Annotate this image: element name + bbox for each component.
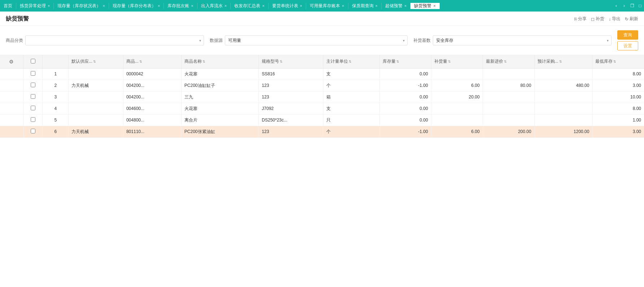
- tab-label-inventory-status: 现存量（库存状况表）: [57, 3, 101, 9]
- tab-close-batch-account[interactable]: ×: [191, 4, 193, 8]
- tab-close-collect-summary[interactable]: ×: [262, 4, 264, 8]
- row-cell-unit: 只: [323, 114, 380, 126]
- col-supplier-label: 默认供应...: [71, 58, 92, 65]
- col-spec-header[interactable]: 规格型号 ⇅: [259, 55, 323, 68]
- row-cell-code: 801110...: [123, 126, 181, 137]
- tab-close-shortage[interactable]: ×: [433, 4, 435, 8]
- tab-restore-btn[interactable]: ❒: [628, 0, 636, 12]
- row-cell-estimated: [534, 114, 592, 126]
- tab-collect-summary[interactable]: 收发存汇总表×: [231, 3, 268, 9]
- tab-close-order-stats[interactable]: ×: [300, 4, 302, 8]
- tab-inout-flow[interactable]: 出入库流水×: [197, 3, 231, 9]
- tab-label-inout-flow: 出入库流水: [201, 3, 223, 9]
- category-select[interactable]: [25, 35, 204, 45]
- row-cell-stock: 0.00: [379, 114, 431, 126]
- tab-available-ledger[interactable]: 可用量库存账本×: [306, 3, 348, 9]
- row-cell-spec: SS816: [259, 68, 323, 80]
- col-name-header[interactable]: 商品名称 ⇅: [181, 55, 259, 68]
- refresh-btn[interactable]: ↻ 刷新: [625, 16, 638, 22]
- row-checkbox[interactable]: [31, 94, 35, 99]
- row-checkbox[interactable]: [31, 71, 35, 76]
- row-cell-stock: 0.00: [379, 91, 431, 103]
- tab-close-available-ledger[interactable]: ×: [342, 4, 344, 8]
- row-cell-spec: 123: [259, 91, 323, 103]
- col-replenish-header[interactable]: 补货量 ⇅: [431, 55, 483, 68]
- replenish-btn[interactable]: ◻ 补货: [591, 16, 604, 22]
- estimated-sort-icon: ⇅: [559, 60, 562, 63]
- col-name-label: 商品名称: [184, 58, 202, 65]
- row-cell-replenish: 6.00: [431, 126, 483, 137]
- tab-close-inout-flow[interactable]: ×: [225, 4, 227, 8]
- replenish-base-label: 补货基数: [413, 37, 431, 44]
- tab-expiry-query[interactable]: 保质期查询×: [348, 3, 382, 9]
- tab-batch-account[interactable]: 库存批次账×: [164, 3, 197, 9]
- tab-inventory-dist[interactable]: 现存量（库存分布表）×: [109, 3, 164, 9]
- col-check-header[interactable]: [23, 55, 43, 68]
- row-cell-stock: -1.00: [379, 126, 431, 137]
- col-estimated-header[interactable]: 预计采购... ⇅: [534, 55, 592, 68]
- datasource-filter: 数据源 可用量 库存量 ▾: [210, 35, 408, 45]
- tab-close-inventory-dist[interactable]: ×: [158, 4, 160, 8]
- page-title: 缺货预警: [6, 15, 29, 23]
- replenish-base-select[interactable]: 安全库存 最低库存: [433, 35, 612, 45]
- col-code-header[interactable]: 商品... ⇅: [123, 55, 181, 68]
- tab-close-exception[interactable]: ×: [48, 4, 50, 8]
- tab-fullscreen-btn[interactable]: □: [636, 0, 644, 12]
- row-cell-replenish: 20.00: [431, 91, 483, 103]
- datasource-select[interactable]: 可用量 库存量: [225, 35, 408, 45]
- row-checkbox[interactable]: [31, 83, 35, 87]
- tab-inventory-status[interactable]: 现存量（库存状况表）×: [54, 3, 109, 9]
- col-code-label: 商品...: [126, 58, 139, 65]
- row-cell-supplier: 力天机械: [68, 126, 123, 137]
- query-button[interactable]: 查询: [617, 30, 638, 40]
- row-cell-no: 6: [43, 126, 69, 137]
- data-table: ⚙ 默认供应... ⇅ 商品...: [0, 55, 644, 138]
- tab-exception[interactable]: 拣货异常处理×: [16, 3, 54, 9]
- row-cell-spec: 123: [259, 126, 323, 137]
- tab-home[interactable]: 首页: [0, 3, 16, 9]
- export-btn[interactable]: ↓ 导出: [609, 16, 621, 22]
- col-unit-label: 主计量单位: [326, 58, 348, 65]
- row-cell-unit: 个: [323, 80, 380, 91]
- tab-close-overstock[interactable]: ×: [404, 4, 406, 8]
- datasource-select-wrap: 可用量 库存量 ▾: [225, 35, 408, 45]
- tab-prev-btn[interactable]: ‹: [612, 0, 620, 12]
- col-latest-header[interactable]: 最新进价 ⇅: [483, 55, 534, 68]
- row-checkbox[interactable]: [31, 106, 35, 110]
- tab-shortage[interactable]: 缺货预警×: [410, 3, 439, 9]
- row-cell-no: 2: [43, 80, 69, 91]
- row-cell-stock: 0.00: [379, 68, 431, 80]
- name-sort-icon: ⇅: [203, 60, 205, 63]
- col-minstock-header[interactable]: 最低库存 ⇅: [592, 55, 644, 68]
- page-header: 缺货预警 ⎘ 分享 ◻ 补货 ↓ 导出 ↻ 刷新: [0, 12, 644, 26]
- row-check-cell: [23, 91, 43, 103]
- tab-close-inventory-status[interactable]: ×: [103, 4, 105, 8]
- tab-close-expiry-query[interactable]: ×: [375, 4, 378, 8]
- row-cell-minstock: 1.00: [592, 114, 644, 126]
- row-cell-latest: [483, 68, 534, 80]
- share-btn[interactable]: ⎘ 分享: [574, 16, 587, 22]
- row-cell-stock: -1.00: [379, 80, 431, 91]
- tab-next-btn[interactable]: ›: [620, 0, 628, 12]
- row-cell-minstock: 10.00: [592, 91, 644, 103]
- tab-order-stats[interactable]: 要货单统计表×: [269, 3, 306, 9]
- settings-button[interactable]: 设置: [617, 41, 638, 50]
- row-cell-latest: [483, 114, 534, 126]
- col-gear-header[interactable]: ⚙: [0, 55, 23, 68]
- select-all-checkbox[interactable]: [31, 59, 35, 63]
- row-checkbox[interactable]: [31, 129, 35, 133]
- row-cell-spec: J7092: [259, 103, 323, 114]
- replenish-base-filter: 补货基数 安全库存 最低库存 ▾: [413, 35, 612, 45]
- row-checkbox[interactable]: [31, 117, 35, 122]
- code-sort-icon: ⇅: [139, 60, 142, 63]
- row-cell-code: 004200...: [123, 91, 181, 103]
- table-gear-icon[interactable]: ⚙: [9, 59, 14, 65]
- row-check-cell: [23, 114, 43, 126]
- tab-label-exception: 拣货异常处理: [20, 3, 46, 9]
- row-check-cell: [23, 103, 43, 114]
- col-stock-header[interactable]: 库存量 ⇅: [379, 55, 431, 68]
- tab-overstock[interactable]: 超储预警×: [382, 3, 410, 9]
- col-unit-header[interactable]: 主计量单位 ⇅: [323, 55, 380, 68]
- tab-label-expiry-query: 保质期查询: [352, 3, 374, 9]
- col-supplier-header[interactable]: 默认供应... ⇅: [68, 55, 123, 68]
